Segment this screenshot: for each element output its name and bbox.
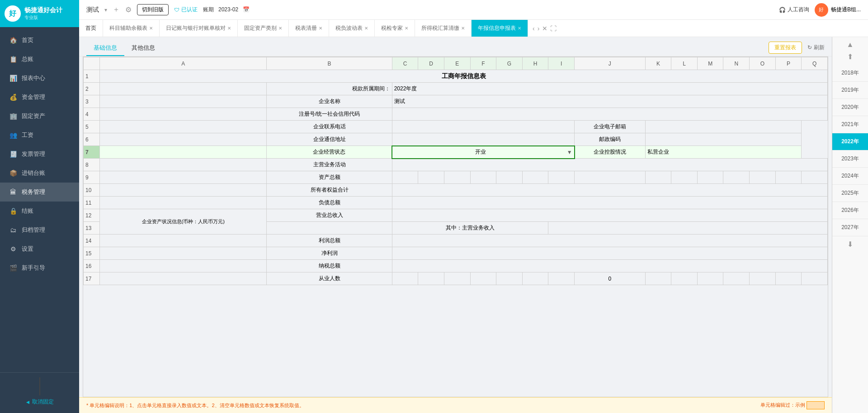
col-header-q[interactable]: Q — [802, 57, 828, 70]
cell-14c[interactable] — [392, 235, 827, 247]
cell-9h[interactable] — [522, 171, 548, 184]
col-header-d[interactable]: D — [418, 57, 444, 70]
cell-7c-dropdown[interactable]: 开业 ▼ — [392, 146, 574, 159]
col-header-n[interactable]: N — [723, 57, 750, 70]
tab-close-icon[interactable]: ✕ — [319, 26, 322, 31]
col-header-o[interactable]: O — [750, 57, 776, 70]
cell-7a[interactable] — [100, 146, 267, 159]
cell-9g[interactable] — [496, 171, 523, 184]
topbar-add-button[interactable]: ＋ — [113, 5, 120, 14]
cell-12c[interactable] — [392, 209, 827, 222]
cell-17c[interactable] — [392, 272, 418, 285]
tab-incometax[interactable]: 所得税汇算清缴 ✕ — [415, 20, 472, 37]
cell-9a[interactable] — [100, 171, 267, 184]
cell-17f[interactable] — [470, 272, 496, 285]
tab-close-icon[interactable]: ✕ — [518, 26, 521, 31]
cell-17m[interactable] — [697, 272, 723, 285]
sidebar-item-invoice[interactable]: 🧾 发票管理 — [0, 145, 79, 164]
col-header-g[interactable]: G — [496, 57, 523, 70]
cell-9e[interactable] — [444, 171, 470, 184]
cell-17h[interactable] — [522, 272, 548, 285]
cell-6a[interactable] — [100, 133, 267, 146]
col-header-f[interactable]: F — [470, 57, 496, 70]
cell-17k[interactable] — [645, 272, 671, 285]
cell-13b[interactable] — [267, 222, 392, 235]
tab-taxwave[interactable]: 税负波动表 ✕ — [329, 20, 375, 37]
col-header-b[interactable]: B — [267, 57, 392, 70]
sidebar-item-home[interactable]: 🏠 首页 — [0, 31, 79, 50]
cell-3c[interactable]: 测试 — [392, 95, 827, 108]
tab-taxexpert[interactable]: 税检专家 ✕ — [375, 20, 415, 37]
cell-9j[interactable] — [575, 171, 646, 184]
cell-4a[interactable] — [100, 108, 267, 121]
cell-4c[interactable] — [392, 108, 827, 121]
cell-15c[interactable] — [392, 247, 827, 260]
cell-10c[interactable] — [392, 184, 827, 197]
cell-17o[interactable] — [750, 272, 776, 285]
refresh-button[interactable]: ↻ 刷新 — [807, 44, 825, 52]
cell-9c[interactable] — [392, 171, 418, 184]
cell-11c[interactable] — [392, 197, 827, 209]
year-item-2021[interactable]: 2021年 — [832, 116, 868, 133]
cell-13i[interactable] — [548, 222, 828, 235]
sidebar-item-ledger[interactable]: 📋 总账 — [0, 50, 79, 69]
tab-taxreturn[interactable]: 税表清册 ✕ — [289, 20, 329, 37]
year-item-2026[interactable]: 2026年 — [832, 202, 868, 219]
col-header-m[interactable]: M — [697, 57, 723, 70]
tab-close-all-button[interactable]: ✕ — [541, 24, 548, 33]
year-item-2025[interactable]: 2025年 — [832, 185, 868, 202]
cell-16c[interactable] — [392, 260, 827, 272]
topbar-settings-button[interactable]: ⚙ — [125, 5, 132, 14]
tab-next-button[interactable]: › — [537, 24, 541, 33]
cell-16a[interactable] — [100, 260, 267, 272]
sidebar-item-close[interactable]: 🔒 结账 — [0, 202, 79, 221]
sidebar-item-reports[interactable]: 📊 报表中心 — [0, 69, 79, 88]
cell-17l[interactable] — [671, 272, 698, 285]
cell-17e[interactable] — [444, 272, 470, 285]
cell-9q[interactable] — [802, 171, 828, 184]
cell-5c[interactable] — [392, 121, 574, 133]
col-header-l[interactable]: L — [671, 57, 698, 70]
cell-9f[interactable] — [470, 171, 496, 184]
cell-9d[interactable] — [418, 171, 444, 184]
sidebar-item-finance[interactable]: 💰 资金管理 — [0, 88, 79, 107]
sidebar-item-guide[interactable]: 🎬 新手引导 — [0, 258, 79, 277]
cell-9o[interactable] — [750, 171, 776, 184]
cell-17i[interactable] — [548, 272, 575, 285]
maximize-button[interactable]: ⛶ — [549, 24, 557, 33]
year-item-2023[interactable]: 2023年 — [832, 150, 868, 168]
tab-close-icon[interactable]: ✕ — [227, 26, 231, 31]
cell-6k[interactable] — [645, 133, 802, 146]
year-item-2022[interactable]: 2022年 — [832, 133, 868, 150]
col-header-p[interactable]: P — [775, 57, 802, 70]
year-item-2019[interactable]: 2019年 — [832, 82, 868, 99]
cell-8c[interactable] — [392, 159, 827, 171]
tab-close-icon[interactable]: ✕ — [149, 26, 153, 31]
cell-17g[interactable] — [496, 272, 523, 285]
sidebar-item-assets[interactable]: 🏢 固定资产 — [0, 107, 79, 126]
col-header-k[interactable]: K — [645, 57, 671, 70]
col-header-i[interactable]: I — [548, 57, 575, 70]
tab-close-icon[interactable]: ✕ — [405, 26, 408, 31]
title-cell[interactable]: 工商年报信息表 — [100, 70, 828, 83]
sidebar-item-inventory[interactable]: 📦 进销台账 — [0, 164, 79, 183]
year-scroll-up-icon[interactable]: ⬆ — [845, 51, 855, 63]
cell-6c[interactable] — [392, 133, 574, 146]
col-header-a[interactable]: A — [100, 57, 267, 70]
cell-15a[interactable] — [100, 247, 267, 260]
cell-17d[interactable] — [418, 272, 444, 285]
tab-close-icon[interactable]: ✕ — [278, 26, 282, 31]
subtab-other[interactable]: 其他信息 — [124, 41, 162, 56]
sidebar-item-archive[interactable]: 🗂 归档管理 — [0, 221, 79, 239]
sidebar-item-payroll[interactable]: 👥 工资 — [0, 126, 79, 145]
cell-2a[interactable] — [100, 83, 267, 95]
spreadsheet-wrapper[interactable]: A B C D E F G H I J K L M — [83, 56, 828, 397]
cell-17q[interactable] — [802, 272, 828, 285]
reset-report-button[interactable]: 重置报表 — [769, 42, 802, 54]
col-header-h[interactable]: H — [522, 57, 548, 70]
unpin-button[interactable]: ◄ 取消固定 — [5, 395, 75, 408]
cell-17p[interactable] — [775, 272, 802, 285]
year-item-2027[interactable]: 2027年 — [832, 219, 868, 236]
cell-9k[interactable] — [645, 171, 671, 184]
tab-close-icon[interactable]: ✕ — [364, 26, 368, 31]
